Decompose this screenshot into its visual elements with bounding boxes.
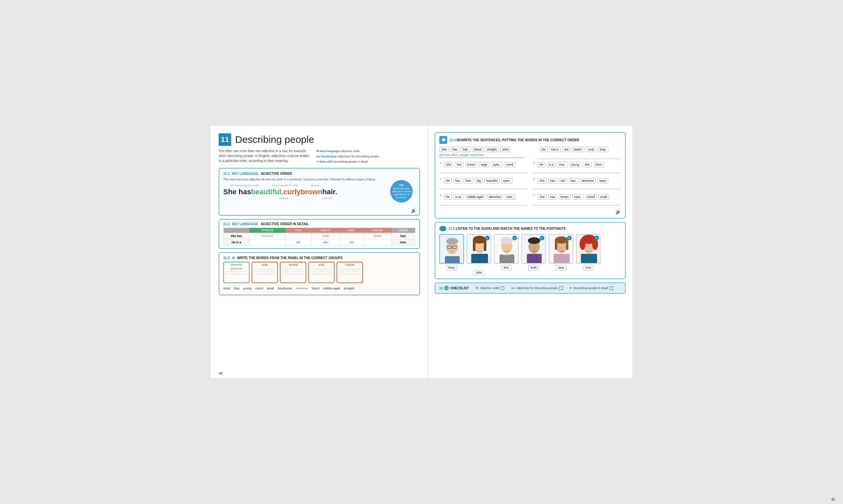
chips-row-6: ⑥ She has red hair. attractive wavy: [533, 178, 621, 184]
blank-1[interactable]: [439, 168, 527, 173]
rewrite-row-3: ③ He is an middle-aged attractive man.: [439, 194, 527, 205]
chip-he: He: [540, 147, 548, 152]
audio-icon-11-5: 🎧: [439, 226, 447, 231]
portrait-ben: 2 Ben: [494, 234, 519, 270]
gear-icon-checklist: ⚙: [476, 286, 478, 290]
blank-6[interactable]: [533, 185, 621, 189]
svg-rect-1: [445, 256, 460, 264]
portrait-jess: 4 Jess: [549, 234, 573, 270]
svg-point-38: [588, 248, 589, 249]
sentence-she-has: She has: [223, 188, 251, 196]
col-age: AGE: [340, 228, 363, 233]
example-answer: She has short, straight, blond hair.: [439, 154, 524, 158]
chip-straight: straight: [485, 147, 499, 152]
chip-curly: curly: [586, 147, 596, 152]
rewrite-row-7: ⑦ She has brown eyes. round small: [533, 194, 621, 205]
svg-point-14: [479, 248, 480, 249]
checklist-check-icon: [444, 286, 449, 290]
audio-button-11-1[interactable]: 🔊: [411, 208, 416, 213]
label-noun: NOUN: [311, 184, 320, 187]
left-page: 11 Describing people You often use more …: [211, 126, 428, 378]
checklist-item-2: Aa Adjectives for describing people: [511, 286, 563, 290]
audio-button-11-4[interactable]: 🔊: [615, 209, 621, 214]
portrait-name-ruth: Ruth: [528, 265, 539, 270]
word-hair: hair.: [322, 188, 337, 196]
group-age-label: AGE: [311, 264, 332, 266]
col-size: SIZE: [286, 228, 311, 233]
intro-meta: ⚙ New language Adjective order Aa Vocabu…: [316, 148, 379, 165]
chip-she: She: [440, 147, 449, 152]
portrait-mary: Mary: [439, 234, 464, 270]
groups-row: OPINION attractive SIZE SHAPE: [223, 262, 415, 283]
word-small: small: [267, 286, 274, 290]
svg-rect-33: [581, 254, 597, 264]
intro-section: You often use more than one adjective in…: [219, 148, 420, 165]
blank-2[interactable]: [439, 185, 527, 189]
chips-row-1: ① She has brown large eyes. round: [439, 162, 527, 167]
section-11-5: 🎧 11.5 LISTEN TO THE AUDIO AND MATCH THE…: [435, 222, 626, 279]
label-shape: SHAPE: [279, 197, 289, 200]
svg-rect-29: [555, 240, 557, 250]
svg-rect-12: [473, 240, 476, 251]
col-color: COLOR: [363, 228, 392, 233]
portrait-ruth: 3 Ruth: [521, 234, 546, 270]
right-page: 11.4 REWRITE THE SENTENCES, PUTTING THE …: [428, 126, 632, 378]
svg-point-3: [446, 238, 458, 245]
table-row: She has beautiful, curly brown hair.: [223, 233, 415, 239]
group-size: SIZE: [252, 262, 278, 283]
section-11-3: 11.3 ⚙ WRITE THE WORDS FROM THE PANEL IN…: [219, 252, 420, 295]
svg-point-31: [561, 248, 562, 249]
checkbox-2[interactable]: [559, 286, 563, 290]
page-number-left: 44: [219, 371, 222, 375]
section-11-4-title: 11.4 REWRITE THE SENTENCES, PUTTING THE …: [449, 138, 579, 142]
blank-3[interactable]: [439, 201, 527, 205]
chip-blond: blond: [472, 147, 483, 152]
intro-text: You often use more than one adjective in…: [219, 148, 311, 165]
label-color: COLOR: [322, 197, 332, 200]
chip-hair: hair.: [461, 147, 470, 152]
section-11-1-desc: The meaning of an adjective decides its …: [223, 177, 415, 182]
chip-has: has: [450, 147, 459, 152]
chip-has-a: has a: [549, 147, 560, 152]
row-4-blank[interactable]: [537, 155, 621, 159]
section-11-4: 11.4 REWRITE THE SENTENCES, PUTTING THE …: [435, 132, 626, 219]
checkbox-3[interactable]: [610, 286, 613, 290]
chip-long: long.: [598, 147, 608, 152]
rewrite-row-6: ⑥ She has red hair. attractive wavy: [533, 178, 621, 189]
section-11-3-title: 11.3 ⚙ WRITE THE WORDS FROM THE PANEL IN…: [223, 256, 415, 260]
group-color: COLOR: [337, 262, 363, 283]
portrait-name-mary: Mary: [446, 265, 458, 270]
word-handsome: handsome: [277, 286, 292, 290]
word-blond: blond: [312, 286, 319, 290]
checklist: 11 CHECKLIST ⚙ Adjective order Aa Adject…: [435, 283, 626, 294]
word-short: short: [223, 286, 230, 290]
svg-rect-16: [500, 254, 514, 264]
word-brown: brown: [301, 188, 322, 196]
section-11-4-header: 11.4 REWRITE THE SENTENCES, PUTTING THE …: [439, 136, 621, 144]
portrait-name-ben: Ben: [501, 265, 511, 270]
label-opinion-adj: OPINION ADJECTIVE: [230, 184, 259, 187]
svg-rect-21: [527, 254, 542, 264]
person-icon-checklist: ✦: [569, 286, 572, 290]
chip-red: red: [562, 147, 570, 152]
svg-point-18: [501, 237, 513, 244]
chip-beard: beard.: [572, 147, 585, 152]
blank-7[interactable]: [533, 201, 621, 205]
word-blue: blue: [234, 286, 240, 290]
rewrite-grid: ① She has brown large eyes. round ⑤ He: [439, 162, 621, 208]
chips-row-3: ③ He is an middle-aged attractive man.: [439, 194, 527, 200]
checklist-item-1: ⚙ Adjective order: [476, 286, 504, 290]
word-attractive-strike: attractive: [296, 286, 308, 290]
svg-rect-30: [566, 240, 568, 250]
chip-short: short: [500, 147, 511, 152]
portrait-name-fran: Fran: [583, 265, 594, 270]
col-opinion: OPINION: [249, 228, 286, 233]
rewrite-row-2: ② He has blue big beautiful eyes.: [439, 178, 527, 189]
portrait-name-john: John: [473, 270, 485, 275]
blank-5[interactable]: [533, 168, 621, 173]
page-header: 11 Describing people: [219, 133, 420, 146]
chips-row-2: ② He has blue big beautiful eyes.: [439, 178, 527, 184]
section-11-1: 11.1 KEY LANGUAGE ADJECTIVE ORDER The me…: [219, 168, 420, 216]
label-fact-adj: FACT ADJECTIVES: [272, 184, 298, 187]
checkbox-1[interactable]: [501, 286, 504, 290]
